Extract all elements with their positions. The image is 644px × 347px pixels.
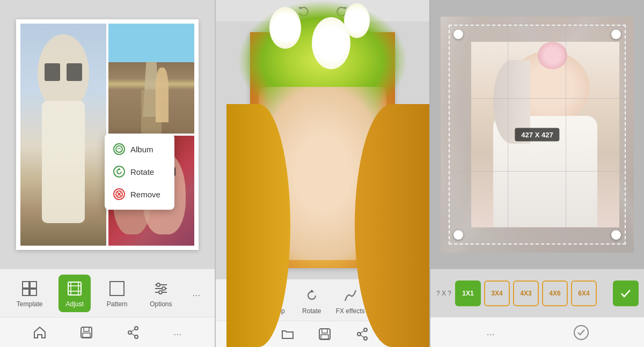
panel3-bottom-nav: ... [430, 317, 644, 347]
portrait-frame [250, 32, 395, 268]
album-label: Album [130, 145, 153, 154]
options-icon [151, 279, 171, 298]
handle-bottom-right[interactable] [611, 230, 621, 240]
panel2-folder-button[interactable] [277, 323, 298, 345]
panel1-save-button[interactable] [76, 322, 97, 343]
panel-1: Album Rotate [0, 0, 215, 347]
panel2-save-button[interactable] [314, 323, 335, 345]
panel1-home-button[interactable] [29, 322, 50, 343]
svg-point-26 [135, 335, 138, 338]
pattern-label: Pattern [107, 300, 128, 308]
remove-label: Remove [130, 190, 160, 199]
panel1-bottom-nav: ... [0, 317, 215, 347]
ratio-3x4[interactable]: 3X4 [484, 280, 510, 306]
toolbar-pattern[interactable]: Pattern [100, 275, 134, 312]
panel1-more[interactable]: ... [188, 283, 204, 303]
context-menu-rotate[interactable]: Rotate [105, 160, 174, 183]
handle-bottom-left[interactable] [453, 230, 463, 240]
svg-rect-6 [30, 282, 36, 288]
svg-marker-1 [118, 168, 121, 170]
fx-label: FX effects [336, 307, 365, 315]
adjust-icon [65, 279, 84, 298]
svg-line-28 [131, 334, 135, 336]
remove-icon [113, 188, 125, 200]
svg-point-0 [116, 146, 122, 152]
svg-rect-23 [83, 333, 90, 337]
crop-workspace: 427 X 427 [441, 17, 634, 253]
context-menu-album[interactable]: Album [105, 138, 174, 160]
rotate-p2-label: Rotate [302, 307, 321, 315]
context-menu: Album Rotate [105, 134, 174, 210]
toolbar-options[interactable]: Options [143, 275, 178, 312]
svg-point-16 [157, 283, 160, 286]
template-icon [20, 279, 39, 298]
svg-rect-36 [322, 329, 327, 333]
toolbar-adjust[interactable]: Adjust [58, 275, 91, 312]
adjust-label: Adjust [65, 300, 83, 308]
collage-cell-boy[interactable] [20, 24, 106, 246]
ratio-toolbar: ? X ? 1X1 3X4 4X3 4X6 6X4 [430, 269, 644, 317]
panel-2: Enhance Crop Rotate [215, 0, 429, 347]
svg-rect-5 [23, 282, 29, 288]
crop-grid [450, 26, 625, 243]
svg-point-48 [574, 326, 588, 339]
svg-point-18 [162, 287, 165, 290]
panel2-share-button[interactable] [352, 323, 373, 345]
panel2-canvas [216, 21, 429, 279]
template-label: Template [17, 300, 43, 308]
svg-point-24 [128, 331, 131, 334]
panel3-check-button[interactable] [570, 322, 592, 343]
flower-girl-photo [250, 32, 395, 268]
collage-cell-road[interactable] [108, 24, 194, 134]
rotate-label: Rotate [130, 167, 154, 176]
toolbar-template[interactable]: Template [10, 275, 49, 312]
svg-rect-14 [110, 282, 124, 296]
handle-top-right[interactable] [611, 29, 621, 39]
rotate-menu-icon [113, 166, 125, 178]
confirm-button[interactable] [613, 280, 639, 306]
svg-rect-9 [68, 282, 81, 295]
ratio-current-label: ? X ? [436, 290, 452, 297]
svg-marker-33 [310, 290, 314, 292]
context-menu-remove[interactable]: Remove [105, 183, 174, 205]
svg-point-20 [159, 291, 162, 294]
panel1-toolbar: Template Adjust Pattern [0, 269, 215, 317]
handle-top-left[interactable] [453, 29, 463, 39]
options-label: Options [150, 300, 172, 308]
svg-point-39 [364, 328, 367, 331]
panel3-canvas: 427 X 427 [430, 0, 644, 269]
svg-rect-22 [84, 327, 89, 331]
svg-point-25 [135, 327, 138, 330]
svg-rect-7 [23, 289, 29, 296]
ratio-6x4[interactable]: 6X4 [571, 280, 597, 306]
svg-rect-8 [30, 289, 36, 296]
pattern-icon [107, 279, 127, 298]
panel1-share-button[interactable] [122, 322, 144, 343]
ratio-1x1[interactable]: 1X1 [455, 280, 481, 306]
crop-selection[interactable]: 427 X 427 [449, 25, 626, 245]
panel-3: 427 X 427 ? X ? 1X1 3X4 4X3 4X6 6X4 ... [429, 0, 644, 347]
svg-line-27 [131, 329, 135, 331]
fx-icon [341, 286, 360, 305]
album-icon [113, 143, 125, 155]
svg-point-38 [357, 333, 361, 336]
svg-rect-37 [321, 335, 328, 339]
svg-line-42 [361, 335, 364, 337]
rotate-p2-icon [302, 286, 321, 305]
svg-point-40 [364, 337, 367, 340]
collage-canvas: Album Rotate [0, 0, 215, 269]
ratio-4x6[interactable]: 4X6 [542, 280, 568, 306]
panel3-nav-more[interactable]: ... [482, 322, 499, 342]
toolbar-rotate-p2[interactable]: Rotate [296, 282, 328, 319]
svg-line-41 [361, 331, 364, 333]
panel1-nav-more[interactable]: ... [169, 322, 186, 342]
ratio-4x3[interactable]: 4X3 [513, 280, 539, 306]
